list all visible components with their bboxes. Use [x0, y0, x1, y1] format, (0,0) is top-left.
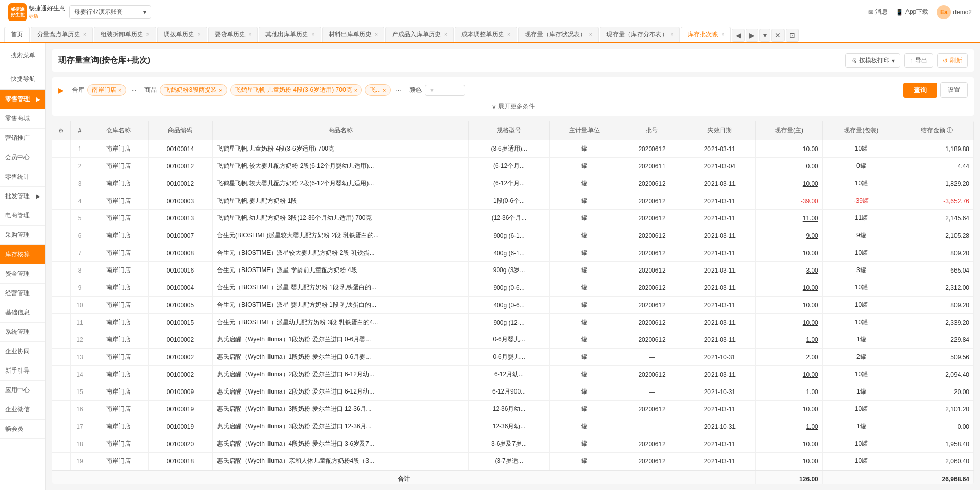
- sidebar-item-wechat[interactable]: 企业微信: [0, 400, 45, 420]
- tab-6[interactable]: 材料出库单历史 ×: [322, 27, 384, 42]
- export-btn[interactable]: ↑ 导出: [904, 53, 933, 68]
- tab-5[interactable]: 其他出库单历史 ×: [259, 27, 321, 42]
- sidebar-item-member[interactable]: 会员中心: [0, 148, 45, 167]
- row-qty-main[interactable]: 2.00: [756, 349, 823, 366]
- tab-7[interactable]: 产成品入库单历史 ×: [385, 27, 454, 42]
- product-tag-3[interactable]: 飞... ×: [365, 84, 390, 96]
- sidebar-item-inventory[interactable]: 库存核算: [0, 245, 45, 264]
- row-qty-main[interactable]: 10.00: [756, 279, 823, 297]
- tab-10[interactable]: 现存量（库存分布表） ×: [600, 27, 680, 42]
- company-selector[interactable]: 母婴行业演示账套 ▾: [69, 5, 151, 19]
- sidebar-item-retail[interactable]: 零售管理 ▶: [0, 90, 45, 109]
- print-btn[interactable]: 🖨 按模板打印 ▾: [845, 53, 900, 68]
- row-qty-main[interactable]: 10.00: [756, 175, 823, 192]
- sidebar-item-marketing[interactable]: 营销推广: [0, 129, 45, 148]
- quick-nav-btn[interactable]: 快捷导航: [2, 70, 43, 87]
- row-qty-main[interactable]: 10.00: [756, 453, 823, 471]
- sidebar-item-wholesale[interactable]: 批发管理 ▶: [0, 187, 45, 206]
- sidebar-item-basic[interactable]: 基础信息: [0, 303, 45, 323]
- tab-close-all[interactable]: ✕: [771, 29, 785, 42]
- tab-close-icon[interactable]: ×: [671, 32, 674, 37]
- row-qty-main[interactable]: 11.00: [756, 210, 823, 227]
- color-dropdown[interactable]: ▼: [425, 85, 465, 96]
- row-qty-main[interactable]: 10.00: [756, 435, 823, 453]
- tab-3[interactable]: 调拨单历史 ×: [157, 27, 207, 42]
- tab-close-icon[interactable]: ×: [444, 32, 447, 37]
- row-qty-main[interactable]: 9.00: [756, 227, 823, 244]
- tab-1[interactable]: 分量盘点单历史 ×: [31, 27, 93, 42]
- row-qty-main[interactable]: 10.00: [756, 366, 823, 383]
- row-qty-main[interactable]: 3.00: [756, 262, 823, 279]
- tab-close-icon[interactable]: ×: [507, 32, 510, 37]
- tab-2[interactable]: 组装拆卸单历史 ×: [94, 27, 156, 42]
- sidebar-item-ecommerce[interactable]: 电商管理: [0, 206, 45, 226]
- tab-close-icon[interactable]: ×: [311, 32, 314, 37]
- tab-9[interactable]: 现存量（库存状况表） ×: [518, 27, 599, 42]
- tab-close-icon[interactable]: ×: [721, 32, 724, 37]
- app-download-btn[interactable]: 📱 App下载: [896, 8, 928, 16]
- row-qty-main[interactable]: 1.00: [756, 383, 823, 401]
- row-qty-main[interactable]: 10.00: [756, 140, 823, 158]
- row-qty-main[interactable]: 10.00: [756, 244, 823, 262]
- tab-close-icon[interactable]: ×: [375, 32, 378, 37]
- refresh-btn[interactable]: ↺ 刷新: [937, 53, 968, 68]
- expand-more-btn[interactable]: ∨ 展开更多条件: [58, 102, 968, 111]
- sidebar-item-retail-stats[interactable]: 零售统计: [0, 167, 45, 187]
- tab-close-icon[interactable]: ×: [83, 32, 86, 37]
- sidebar-item-vip[interactable]: 畅会员: [0, 420, 45, 439]
- sidebar-item-operations[interactable]: 经营管理: [0, 284, 45, 303]
- sidebar-item-guide[interactable]: 新手引导: [0, 361, 45, 381]
- remove-tag-icon[interactable]: ×: [219, 87, 222, 93]
- filter-expand-arrow[interactable]: ▶: [58, 86, 64, 94]
- tab-close-icon[interactable]: ×: [249, 32, 252, 37]
- tab-nav-right[interactable]: ▶: [746, 29, 758, 42]
- tab-maximize[interactable]: ⊡: [786, 29, 799, 42]
- tab-11-active[interactable]: 库存批次账 ×: [681, 27, 731, 42]
- sidebar-item-purchase[interactable]: 采购管理: [0, 226, 45, 245]
- row-qty-main[interactable]: 1.00: [756, 418, 823, 435]
- row-qty-main[interactable]: 10.00: [756, 401, 823, 418]
- user-area[interactable]: Ea demo2: [937, 5, 972, 19]
- remove-tag-icon[interactable]: ×: [354, 87, 357, 93]
- row-warehouse: 南岸门店: [89, 175, 148, 192]
- row-code: 00100012: [148, 158, 212, 175]
- sidebar-item-system[interactable]: 系统管理: [0, 323, 45, 342]
- gear-icon[interactable]: ⚙: [58, 127, 64, 134]
- row-amount: 4.44: [900, 158, 974, 175]
- query-btn[interactable]: 查询: [903, 83, 937, 98]
- product-tag-1[interactable]: 飞鹤奶粉3段两提装 ×: [160, 84, 227, 96]
- tab-home[interactable]: 首页: [4, 27, 30, 42]
- row-warehouse: 南岸门店: [89, 227, 148, 244]
- tab-nav-expand[interactable]: ▾: [760, 29, 770, 42]
- tab-4[interactable]: 要货单历史 ×: [208, 27, 258, 42]
- sidebar-item-finance[interactable]: 资金管理: [0, 264, 45, 284]
- sidebar-item-appstore[interactable]: 应用中心: [0, 381, 45, 400]
- row-qty-main[interactable]: 10.00: [756, 297, 823, 314]
- row-expire: 2021-03-11: [684, 331, 755, 349]
- search-menu-btn[interactable]: 搜索菜单: [2, 47, 43, 64]
- tab-close-icon[interactable]: ×: [198, 32, 201, 37]
- row-qty-main[interactable]: 0.00: [756, 158, 823, 175]
- message-btn[interactable]: ✉ 消息: [868, 8, 888, 16]
- row-batch: 20200612: [620, 366, 684, 383]
- tab-close-icon[interactable]: ×: [589, 32, 592, 37]
- row-name: 惠氏启醒（Wyeth illuma）4段奶粉 爱尔兰进口 3-6岁及7...: [212, 435, 468, 453]
- sidebar-item-mall[interactable]: 零售商城: [0, 109, 45, 129]
- col-gear[interactable]: ⚙: [52, 121, 70, 140]
- remove-tag-icon[interactable]: ×: [118, 87, 121, 93]
- row-qty-main[interactable]: 1.00: [756, 331, 823, 349]
- row-code: 00100019: [148, 418, 212, 435]
- sidebar-item-collab[interactable]: 企业协同: [0, 342, 45, 361]
- row-batch: —: [620, 383, 684, 401]
- settings-btn[interactable]: 设置: [940, 82, 968, 98]
- tab-8[interactable]: 成本调整单历史 ×: [455, 27, 517, 42]
- tab-close-icon[interactable]: ×: [146, 32, 150, 37]
- row-qty-main[interactable]: 10.00: [756, 314, 823, 331]
- row-qty-main[interactable]: -39.00: [756, 192, 823, 210]
- warehouse-more-btn[interactable]: ···: [129, 87, 138, 94]
- product-more-btn[interactable]: ···: [394, 87, 403, 94]
- product-tag-2[interactable]: 飞鹤星飞帆 儿童奶粉 4段(3-6岁适用) 700克 ×: [230, 84, 362, 96]
- warehouse-tag[interactable]: 南岸门店 ×: [87, 84, 126, 96]
- remove-tag-icon[interactable]: ×: [383, 87, 386, 93]
- tab-nav-left[interactable]: ◀: [732, 29, 745, 42]
